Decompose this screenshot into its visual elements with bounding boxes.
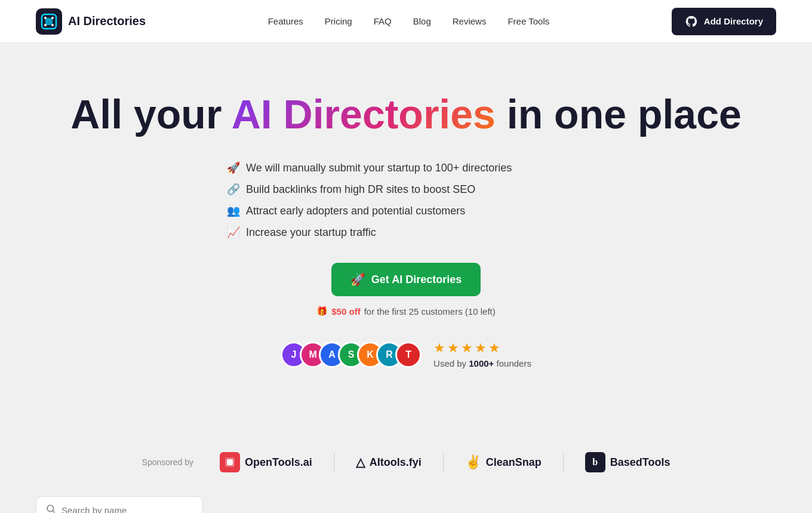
search-icon bbox=[46, 504, 56, 513]
promo-discount: $50 off bbox=[331, 306, 360, 317]
avatar: T bbox=[395, 342, 422, 368]
cleansnap-name: CleanSnap bbox=[486, 456, 542, 469]
used-by-text: Used by 1000+ founders bbox=[433, 358, 531, 368]
star-4: ★ bbox=[475, 340, 487, 356]
hero-title: All your AI Directories in one place bbox=[36, 91, 776, 137]
star-5: ★ bbox=[488, 340, 500, 356]
bullet-text-2: Build backlinks from high DR sites to bo… bbox=[246, 183, 475, 196]
aitools-icon: △ bbox=[356, 455, 365, 469]
nav-features[interactable]: Features bbox=[268, 16, 303, 26]
social-proof: J M A S K R T ★ ★ ★ ★ ★ Used by 1000+ fo… bbox=[36, 340, 776, 368]
bullet-emoji-1: 🚀 bbox=[227, 161, 240, 174]
avatar-group: J M A S K R T bbox=[281, 342, 422, 368]
brand-name: AI Directories bbox=[68, 14, 146, 28]
bullet-emoji-4: 📈 bbox=[227, 226, 240, 239]
promo-suffix: for the first 25 customers (10 left) bbox=[364, 306, 496, 317]
github-icon bbox=[685, 15, 698, 28]
sponsor-opentools: OpenTools.ai bbox=[220, 452, 312, 472]
brand: AI Directories bbox=[36, 8, 146, 35]
search-input[interactable] bbox=[61, 505, 193, 513]
hero-title-suffix: in one place bbox=[496, 91, 742, 137]
sponsor-divider-3 bbox=[563, 453, 564, 471]
nav-blog[interactable]: Blog bbox=[413, 16, 431, 26]
bullet-emoji-3: 👥 bbox=[227, 204, 240, 217]
cta-rocket-icon: 🚀 bbox=[350, 272, 365, 287]
svg-point-3 bbox=[51, 17, 54, 19]
bullet-text-3: Attract early adopters and potential cus… bbox=[246, 205, 465, 217]
sponsors-bar: Sponsored by OpenTools.ai △ AItools.fyi … bbox=[0, 440, 812, 484]
founder-count: 1000+ bbox=[469, 358, 494, 368]
cta-label: Get AI Directories bbox=[371, 274, 462, 286]
add-directory-button[interactable]: Add Directory bbox=[672, 8, 776, 35]
nav-pricing[interactable]: Pricing bbox=[325, 16, 352, 26]
star-2: ★ bbox=[447, 340, 459, 356]
search-container bbox=[36, 496, 203, 513]
gift-emoji: 🎁 bbox=[316, 306, 328, 317]
hero-bullet-3: 👥 Attract early adopters and potential c… bbox=[227, 204, 465, 217]
hero-title-gradient: AI Directories bbox=[232, 91, 496, 137]
svg-rect-7 bbox=[227, 459, 233, 465]
sponsor-divider-1 bbox=[334, 453, 334, 471]
promo-text: 🎁 $50 off for the first 25 customers (10… bbox=[36, 306, 776, 317]
nav-faq[interactable]: FAQ bbox=[374, 16, 392, 26]
search-section bbox=[0, 484, 812, 513]
sponsor-cleansnap: ✌️ CleanSnap bbox=[465, 454, 542, 470]
svg-point-2 bbox=[44, 17, 47, 19]
add-directory-label: Add Directory bbox=[704, 16, 763, 26]
bullet-emoji-2: 🔗 bbox=[227, 183, 240, 196]
hero-section: All your AI Directories in one place 🚀 W… bbox=[0, 43, 812, 440]
basedtools-logo: b bbox=[585, 452, 605, 472]
opentools-logo bbox=[220, 452, 240, 472]
cleansnap-icon: ✌️ bbox=[465, 454, 481, 470]
star-3: ★ bbox=[461, 340, 473, 356]
sponsor-aitools: △ AItools.fyi bbox=[356, 455, 422, 469]
bullet-text-1: We will manually submit your startup to … bbox=[246, 162, 512, 174]
basedtools-name: BasedTools bbox=[610, 456, 670, 469]
svg-point-5 bbox=[51, 24, 54, 26]
svg-rect-1 bbox=[45, 18, 53, 25]
logo-icon bbox=[36, 8, 62, 35]
used-by-suffix: founders bbox=[494, 358, 531, 368]
navbar: AI Directories Features Pricing FAQ Blog… bbox=[0, 0, 812, 43]
used-by-prefix: Used by bbox=[433, 358, 469, 368]
svg-line-9 bbox=[53, 511, 54, 512]
nav-links: Features Pricing FAQ Blog Reviews Free T… bbox=[268, 16, 550, 26]
sponsored-by-label: Sponsored by bbox=[142, 457, 193, 467]
star-1: ★ bbox=[433, 340, 445, 356]
hero-bullets: 🚀 We will manually submit your startup t… bbox=[227, 161, 585, 239]
hero-bullet-4: 📈 Increase your startup traffic bbox=[227, 226, 376, 239]
bullet-text-4: Increase your startup traffic bbox=[246, 226, 376, 239]
hero-bullet-2: 🔗 Build backlinks from high DR sites to … bbox=[227, 183, 475, 196]
nav-free-tools[interactable]: Free Tools bbox=[508, 16, 549, 26]
aitools-name: AItools.fyi bbox=[370, 456, 422, 469]
star-rating: ★ ★ ★ ★ ★ bbox=[433, 340, 500, 356]
stars-block: ★ ★ ★ ★ ★ Used by 1000+ founders bbox=[433, 340, 531, 368]
opentools-name: OpenTools.ai bbox=[245, 456, 312, 469]
sponsor-basedtools: b BasedTools bbox=[585, 452, 670, 472]
nav-reviews[interactable]: Reviews bbox=[453, 16, 487, 26]
hero-bullet-1: 🚀 We will manually submit your startup t… bbox=[227, 161, 512, 174]
hero-title-prefix: All your bbox=[70, 91, 232, 137]
svg-point-4 bbox=[44, 24, 47, 26]
get-directories-button[interactable]: 🚀 Get AI Directories bbox=[331, 263, 481, 296]
sponsor-divider-2 bbox=[443, 453, 444, 471]
